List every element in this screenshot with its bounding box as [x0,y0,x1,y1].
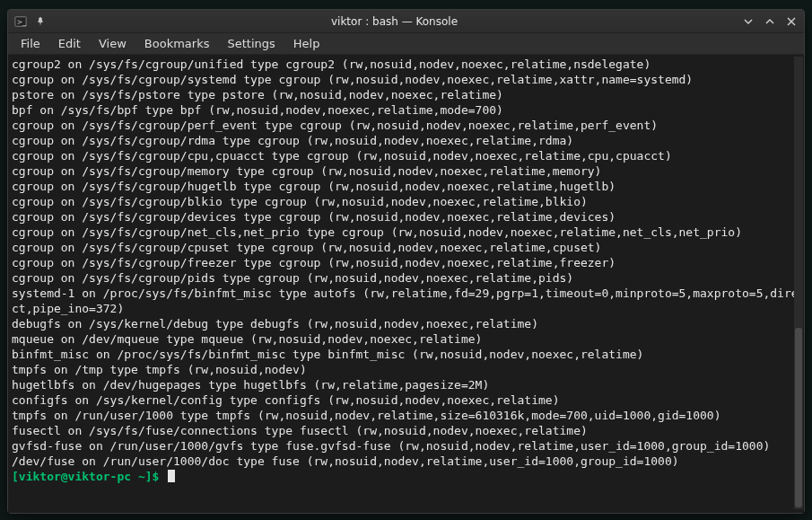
maximize-button[interactable] [763,14,777,29]
cursor [168,470,175,482]
terminal-line: tmpfs on /run/user/1000 type tmpfs (rw,n… [12,408,800,423]
menubar: File Edit View Bookmarks Settings Help [8,33,804,55]
titlebar: >_ viktor : bash — Konsole [8,10,804,33]
menu-bookmarks[interactable]: Bookmarks [135,34,219,53]
terminal-line: cgroup on /sys/fs/cgroup/pids type cgrou… [12,270,800,286]
pin-icon[interactable] [33,14,48,29]
terminal-line: pstore on /sys/fs/pstore type pstore (rw… [12,87,800,102]
close-button[interactable] [784,14,799,29]
terminal-line: systemd-1 on /proc/sys/fs/binfmt_misc ty… [12,286,800,316]
terminal-line: tmpfs on /tmp type tmpfs (rw,nosuid,node… [12,362,800,377]
menu-settings[interactable]: Settings [218,34,284,53]
terminal-line: cgroup on /sys/fs/cgroup/net_cls,net_pri… [12,225,800,240]
terminal-line: cgroup on /sys/fs/cgroup/rdma type cgrou… [12,133,800,148]
terminal-line: cgroup on /sys/fs/cgroup/memory type cgr… [12,163,800,179]
konsole-window: >_ viktor : bash — Konsole File Edit Vie… [7,9,805,514]
terminal-line: debugfs on /sys/kernel/debug type debugf… [12,316,800,331]
terminal-line: cgroup on /sys/fs/cgroup/cpu,cpuacct typ… [12,148,800,163]
terminal-line: cgroup on /sys/fs/cgroup/freezer type cg… [12,255,800,270]
scrollbar[interactable] [794,57,803,509]
terminal-line: cgroup on /sys/fs/cgroup/devices type cg… [12,209,800,225]
terminal-line: bpf on /sys/fs/bpf type bpf (rw,nosuid,n… [12,102,800,118]
terminal-line: cgroup2 on /sys/fs/cgroup/unified type c… [12,57,800,72]
svg-text:>_: >_ [17,17,27,25]
menu-edit[interactable]: Edit [49,34,90,53]
terminal-line: cgroup on /sys/fs/cgroup/cpuset type cgr… [12,240,800,255]
prompt-line[interactable]: [viktor@viktor-pc ~]$ [12,469,800,484]
terminal-line: fusectl on /sys/fs/fuse/connections type… [12,423,800,438]
terminal-line: /dev/fuse on /run/user/1000/doc type fus… [12,454,800,469]
app-icon: >_ [13,14,28,29]
terminal-line: cgroup on /sys/fs/cgroup/blkio type cgro… [12,194,800,209]
terminal-line: binfmt_misc on /proc/sys/fs/binfmt_misc … [12,347,800,362]
terminal-line: mqueue on /dev/mqueue type mqueue (rw,no… [12,331,800,347]
terminal-line: cgroup on /sys/fs/cgroup/systemd type cg… [12,72,800,87]
menu-file[interactable]: File [12,34,49,53]
menu-view[interactable]: View [90,34,135,53]
scrollbar-thumb[interactable] [795,328,802,507]
window-title: viktor : bash — Konsole [48,15,741,28]
terminal-line: cgroup on /sys/fs/cgroup/perf_event type… [12,118,800,133]
terminal-line: gvfsd-fuse on /run/user/1000/gvfs type f… [12,438,800,454]
menu-help[interactable]: Help [284,34,329,53]
terminal-line: hugetlbfs on /dev/hugepages type hugetlb… [12,377,800,392]
minimize-button[interactable] [741,14,755,29]
terminal-output[interactable]: cgroup2 on /sys/fs/cgroup/unified type c… [8,55,804,513]
terminal-line: configfs on /sys/kernel/config type conf… [12,392,800,408]
terminal-line: cgroup on /sys/fs/cgroup/hugetlb type cg… [12,179,800,194]
